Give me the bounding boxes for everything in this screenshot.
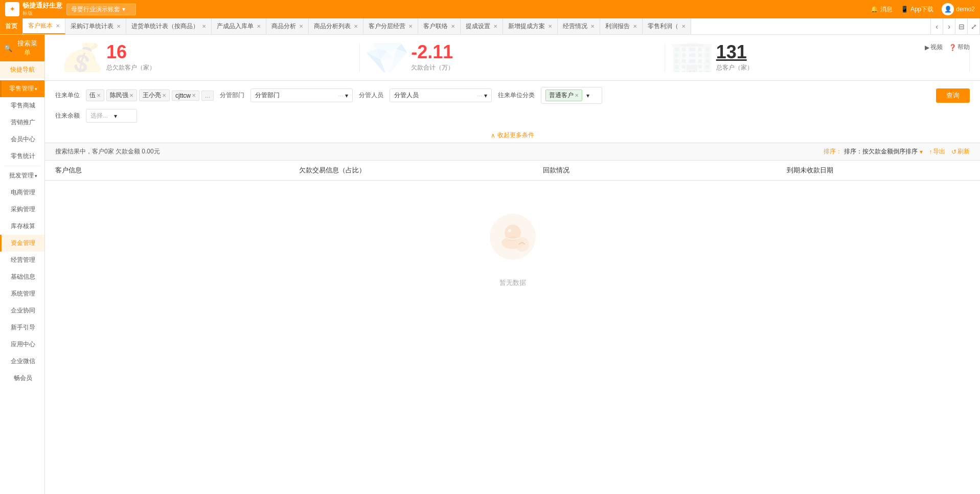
help-link[interactable]: ❓ 帮助 <box>949 43 970 52</box>
tab-prev-btn[interactable]: ‹ <box>931 18 943 35</box>
tab-close-icon[interactable]: ✕ <box>451 24 455 29</box>
sidebar-item-retail-mgmt[interactable]: 零售管理 ▾ <box>0 80 44 97</box>
unit-tag-wu-close[interactable]: ✕ <box>97 93 101 98</box>
tab-purchase-stats[interactable]: 进货单统计表（按商品） ✕ <box>126 18 212 34</box>
sidebar-item-new-guide[interactable]: 新手引导 <box>0 319 44 336</box>
unit-tag-chen-close[interactable]: ✕ <box>129 93 133 98</box>
tab-purchase-order[interactable]: 采购订单统计表 ✕ <box>65 18 126 34</box>
debt-amount-value: -2.11 <box>411 43 454 61</box>
sidebar-item-sys[interactable]: 系统管理 <box>0 285 44 302</box>
debt-customers-label: 总欠款客户（家） <box>106 63 155 72</box>
query-btn[interactable]: 查询 <box>936 88 970 103</box>
tab-close-icon[interactable]: ✕ <box>202 24 206 29</box>
dept-select[interactable]: 分管部门 ··· ▾ <box>250 88 353 102</box>
sidebar-item-marketing[interactable]: 营销推广 <box>0 114 44 131</box>
dept-select-more-icon: ··· <box>338 92 343 99</box>
video-link[interactable]: ▶ 视频 <box>925 43 943 52</box>
tab-expand-btn[interactable]: ⊟ <box>955 18 968 35</box>
person-select[interactable]: 分管人员 ··· ▾ <box>390 88 492 102</box>
top-nav-left: ✦ 畅捷通好生意 标版 母婴行业演示账套 ▾ <box>5 2 136 17</box>
refresh-btn[interactable]: ↺ 刷新 <box>951 147 970 156</box>
stats-row: 💰 16 总欠款客户（家） 💎 -2.11 欠款合计（万） 🏢 131 总客户（… <box>45 35 980 81</box>
tab-profit-report[interactable]: 利润报告 ✕ <box>600 18 643 34</box>
table-header-overdue-date: 到期未收款日期 <box>787 166 970 175</box>
tab-product-analysis-list[interactable]: 商品分析列表 ✕ <box>309 18 363 34</box>
money-bg-icon: 💰 <box>59 43 105 72</box>
stat-total-debt-customers: 💰 16 总欠款客户（家） <box>55 43 360 72</box>
unit-class-label: 往来单位分类 <box>498 91 535 100</box>
sidebar-item-enterprise-wechat[interactable]: 企业微信 <box>0 353 44 370</box>
unit-tag-wang-close[interactable]: ✕ <box>162 93 166 98</box>
account-selector[interactable]: 母婴行业演示账套 ▾ <box>66 4 136 15</box>
content-area: 💰 16 总欠款客户（家） 💎 -2.11 欠款合计（万） 🏢 131 总客户（… <box>45 35 980 494</box>
export-btn[interactable]: ↑ 导出 <box>929 147 945 156</box>
sidebar-quick-nav[interactable]: 快捷导航 <box>0 61 44 78</box>
tab-product-inbound[interactable]: 产成品入库单 ✕ <box>212 18 266 34</box>
tab-customer-contact[interactable]: 客户联络 ✕ <box>418 18 461 34</box>
user-area[interactable]: 👤 demo2 <box>942 3 975 15</box>
tab-customer-segment[interactable]: 客户分层经营 ✕ <box>363 18 418 34</box>
search-menu-btn[interactable]: 🔍 搜索菜单 <box>4 39 40 57</box>
tab-close-icon[interactable]: ✕ <box>633 24 637 29</box>
tab-promote-settings[interactable]: 提成设置 ✕ <box>461 18 503 34</box>
unit-tag-wang: 王小亮 ✕ <box>139 89 170 101</box>
tab-close-icon[interactable]: ✕ <box>117 24 121 29</box>
total-customers-label: 总客户（家） <box>716 63 753 72</box>
tab-nav-btns: ‹ › ⊟ ⤢ <box>930 18 980 34</box>
stat-total-debt-amount: 💎 -2.11 欠款合计（万） <box>360 43 665 72</box>
tab-close-icon[interactable]: ✕ <box>257 24 261 29</box>
tab-next-btn[interactable]: › <box>943 18 955 35</box>
tab-operation[interactable]: 经营情况 ✕ <box>558 18 600 34</box>
app-download-btn[interactable]: 📱 App下载 <box>901 5 933 14</box>
results-bar-right: 排序： 排序：按欠款金额倒序排序 ▾ ↑ 导出 ↺ 刷新 <box>824 147 970 156</box>
refresh-icon: ↺ <box>951 148 956 155</box>
message-btn[interactable]: 🔔 消息 <box>871 5 893 14</box>
tab-close-icon[interactable]: ✕ <box>354 24 358 29</box>
sidebar-item-basic-info[interactable]: 基础信息 <box>0 268 44 285</box>
unit-tag-cj-close[interactable]: ✕ <box>192 93 196 98</box>
tab-home[interactable]: 首页 <box>0 18 23 34</box>
sidebar-item-ecommerce[interactable]: 电商管理 <box>0 184 44 201</box>
main-layout: 🔍 搜索菜单 快捷导航 零售管理 ▾ 零售商城 营销推广 会员中心 <box>0 35 980 494</box>
sidebar-item-app-center[interactable]: 应用中心 <box>0 336 44 353</box>
tab-close-icon[interactable]: ✕ <box>548 24 552 29</box>
tab-close-icon[interactable]: ✕ <box>493 24 497 29</box>
top-nav: ✦ 畅捷通好生意 标版 母婴行业演示账套 ▾ 🔔 消息 📱 App下载 👤 de… <box>0 0 980 18</box>
unit-tag-group: 伍 ✕ 陈民强 ✕ 王小亮 ✕ cjttcw ✕ <box>86 89 214 101</box>
tab-close-icon[interactable]: ✕ <box>408 24 413 29</box>
filter-collapse-btn[interactable]: ∧ 收起更多条件 <box>55 128 970 143</box>
tab-fullscreen-btn[interactable]: ⤢ <box>968 18 980 35</box>
sidebar-item-finance[interactable]: 资金管理 <box>0 235 44 252</box>
tab-retail-profit[interactable]: 零售利润（ ✕ <box>643 18 691 34</box>
sidebar-item-enterprise-coop[interactable]: 企业协同 <box>0 302 44 319</box>
unit-class-arrow: ▾ <box>586 92 589 99</box>
sort-select[interactable]: 排序： 排序：按欠款金额倒序排序 ▾ <box>824 147 923 156</box>
sidebar-item-inventory[interactable]: 库存核算 <box>0 218 44 235</box>
stat-total-customers: 🏢 131 总客户（家） <box>665 43 970 72</box>
tab-close-icon[interactable]: ✕ <box>681 24 686 29</box>
stats-top-right: ▶ 视频 ❓ 帮助 <box>925 43 970 52</box>
tab-close-icon[interactable]: ✕ <box>299 24 303 29</box>
sidebar-item-vip[interactable]: 畅会员 <box>0 370 44 387</box>
dept-label: 分管部门 <box>220 91 244 100</box>
unit-class-tag-close[interactable]: ✕ <box>575 93 579 98</box>
tab-new-promote[interactable]: 新增提成方案 ✕ <box>503 18 558 34</box>
sidebar-search[interactable]: 🔍 搜索菜单 <box>0 35 44 61</box>
sidebar-item-purchase[interactable]: 采购管理 <box>0 201 44 218</box>
export-icon: ↑ <box>929 148 932 155</box>
balance-arrow: ▾ <box>114 113 117 120</box>
tab-bar: 首页 客户账本 ✕ 采购订单统计表 ✕ 进货单统计表（按商品） ✕ 产成品入库单… <box>0 18 980 35</box>
unit-tag-more[interactable]: ... <box>201 91 214 101</box>
balance-select[interactable]: 选择... ▾ <box>86 109 137 123</box>
person-select-arrow: ▾ <box>484 92 487 99</box>
tab-customer-book[interactable]: 客户账本 ✕ <box>23 18 65 34</box>
tab-close-icon[interactable]: ✕ <box>590 24 595 29</box>
sidebar-item-retail-stats[interactable]: 零售统计 <box>0 148 44 165</box>
unit-class-select[interactable]: 普通客户 ✕ ▾ <box>541 87 602 104</box>
sidebar-item-wholesale[interactable]: 批发管理 ▾ <box>0 167 44 184</box>
tab-close-icon[interactable]: ✕ <box>56 23 60 29</box>
sidebar-item-operations[interactable]: 经营管理 <box>0 252 44 268</box>
sidebar-item-member-center[interactable]: 会员中心 <box>0 131 44 148</box>
tab-product-analysis[interactable]: 商品分析 ✕ <box>266 18 309 34</box>
sidebar-item-retail-mall[interactable]: 零售商城 <box>0 97 44 114</box>
